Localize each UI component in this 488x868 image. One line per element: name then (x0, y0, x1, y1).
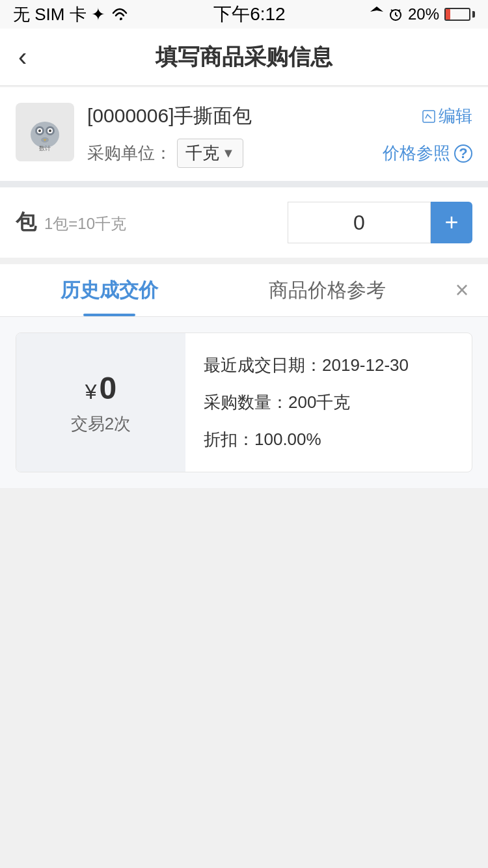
sim-status: 无 SIM 卡 ✦ (13, 3, 105, 26)
tab-content-history: ¥0 交易2次 最近成交日期：2019-12-30 采购数量：200千克 折扣：… (0, 317, 488, 488)
edit-icon (422, 109, 436, 124)
discount-value: 100.00% (254, 429, 321, 449)
divider (0, 181, 488, 187)
tab-history-label: 历史成交价 (61, 277, 158, 304)
recent-date-value: 2019-12-30 (322, 355, 409, 375)
price-ref-label: 价格参照 (383, 142, 450, 165)
price-card-right: 最近成交日期：2019-12-30 采购数量：200千克 折扣：100.00% (185, 333, 472, 472)
unit-arrow: ▼ (222, 146, 235, 161)
product-info: [0000006]手撕面包 编辑 采购单位： 千克 ▼ (87, 103, 472, 168)
price-ref-help-icon: ? (454, 144, 472, 163)
status-time: 下午6:12 (213, 2, 286, 27)
price-card-left: ¥0 交易2次 (16, 333, 185, 472)
discount-label: 折扣： (204, 429, 254, 449)
unit-value: 千克 (185, 142, 219, 165)
status-left: 无 SIM 卡 ✦ (13, 3, 129, 26)
tab-section: 历史成交价 商品价格参考 × ¥0 交易2次 最近成交日期：2019-12-30… (0, 264, 488, 488)
product-section: 数计 [0000006]手撕面包 编辑 采购单位： 千 (0, 87, 488, 181)
wifi-icon (111, 7, 129, 21)
svg-point-6 (31, 122, 59, 148)
alarm-icon (388, 7, 403, 21)
product-logo: 数计 (24, 111, 66, 153)
product-image: 数计 (16, 103, 74, 161)
edit-label: 编辑 (439, 105, 472, 128)
recent-date-row: 最近成交日期：2019-12-30 (204, 353, 454, 378)
nav-bar: ‹ 填写商品采购信息 (0, 29, 488, 86)
edit-button[interactable]: 编辑 (422, 105, 472, 128)
quantity-plus-button[interactable]: + (431, 202, 472, 243)
tab-bar: 历史成交价 商品价格参考 × (0, 264, 488, 317)
svg-line-3 (396, 15, 398, 16)
status-bar: 无 SIM 卡 ✦ 下午6:12 20% (0, 0, 488, 29)
tab-history-price[interactable]: 历史成交价 (0, 264, 218, 316)
purchase-qty-label: 采购数量： (204, 392, 288, 412)
price-reference-button[interactable]: 价格参照 ? (383, 142, 472, 165)
tab-active-underline (83, 314, 135, 316)
quantity-conversion: 1包=10千克 (44, 213, 126, 234)
unit-label: 采购单位： (87, 142, 172, 165)
price-value: ¥0 (85, 370, 117, 406)
svg-point-11 (38, 129, 41, 132)
product-name: [0000006]手撕面包 (87, 103, 252, 129)
svg-marker-0 (370, 7, 383, 12)
unit-select[interactable]: 千克 ▼ (177, 139, 243, 168)
battery-icon (444, 8, 475, 21)
tab-reference-label: 商品价格参考 (269, 277, 386, 304)
recent-date-label: 最近成交日期： (204, 355, 322, 375)
purchase-qty-value: 200千克 (288, 392, 350, 412)
battery-percent: 20% (408, 5, 439, 23)
tab-price-reference[interactable]: 商品价格参考 (218, 264, 436, 316)
status-right: 20% (370, 5, 475, 23)
price-trade-count: 交易2次 (71, 413, 131, 435)
quantity-section: 包 1包=10千克 + (0, 187, 488, 258)
price-currency: ¥ (85, 380, 97, 403)
price-amount: 0 (100, 371, 117, 405)
svg-point-12 (49, 129, 51, 132)
main-content (0, 488, 488, 865)
quantity-input[interactable] (288, 202, 431, 243)
svg-text:数计: 数计 (39, 145, 51, 152)
discount-row: 折扣：100.00% (204, 427, 454, 452)
quantity-unit: 包 (16, 208, 36, 237)
back-button[interactable]: ‹ (18, 42, 27, 72)
purchase-qty-row: 采购数量：200千克 (204, 390, 454, 415)
page-title: 填写商品采购信息 (156, 42, 332, 72)
price-card: ¥0 交易2次 最近成交日期：2019-12-30 采购数量：200千克 折扣：… (16, 332, 472, 472)
tab-close-button[interactable]: × (436, 264, 488, 316)
location-icon (370, 7, 383, 22)
